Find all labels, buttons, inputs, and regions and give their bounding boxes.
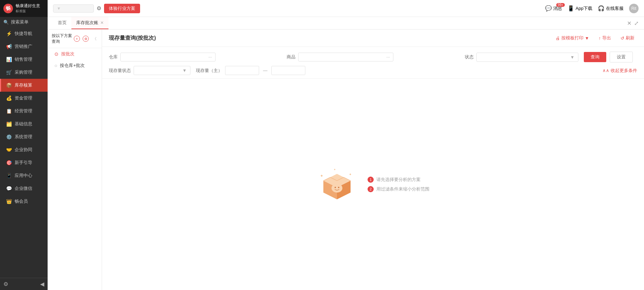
- refresh-icon: ↺: [621, 36, 624, 41]
- expand-icon[interactable]: ⤢: [634, 20, 639, 26]
- footer-collapse-icon[interactable]: ◀: [40, 281, 44, 287]
- sidebar-item-newuser[interactable]: 🎯 新手引导: [0, 156, 48, 169]
- qty-divider: —: [262, 68, 269, 73]
- page-header: 现存量查询(按批次) 🖨 按模板打印 ▼ ↑ 导出 ↺ 刷新: [102, 30, 644, 47]
- svg-point-5: [338, 187, 339, 188]
- sidebar-item-purchase[interactable]: 🛒 采购管理: [0, 66, 48, 79]
- warehouse-select[interactable]: ···: [120, 53, 216, 61]
- topbar-search-box[interactable]: ▼: [53, 4, 94, 13]
- empty-hint-2: 2 用过滤条件来缩小分析范围: [368, 186, 429, 192]
- sidebar-item-system[interactable]: ⚙️ 系统管理: [0, 130, 48, 143]
- basic-icon: 🗂️: [6, 121, 12, 127]
- sidebar-item-label: 系统管理: [15, 134, 32, 140]
- purchase-icon: 🛒: [6, 69, 12, 75]
- tab-home[interactable]: 首页: [53, 17, 71, 29]
- scheme-settings-btn[interactable]: ⚙: [83, 36, 89, 42]
- qty-min-input[interactable]: [225, 66, 259, 75]
- warehouse-filter: 仓库 ···: [109, 53, 281, 61]
- inventory-status-select[interactable]: ▼: [134, 66, 190, 75]
- sidebar-item-operations[interactable]: 📋 经营管理: [0, 105, 48, 117]
- hint-text-1: 请先选择要分析的方案: [376, 177, 421, 183]
- sidebar-item-label: 经营管理: [15, 108, 32, 114]
- app-download-label: App下载: [576, 5, 592, 12]
- messages-btn[interactable]: 💬 消息 99+: [545, 5, 562, 12]
- sidebar-item-label: 营销推广: [15, 43, 32, 50]
- sidebar-item-inventory[interactable]: 📦 库存核算: [0, 79, 48, 92]
- sidebar-item-finance[interactable]: 💰 资金管理: [0, 92, 48, 105]
- topbar-right: 💬 消息 99+ 📱 App下载 🎧 在线客服 Rit: [545, 4, 639, 13]
- print-btn[interactable]: 🖨 按模板打印 ▼: [553, 34, 592, 42]
- hint-text-2: 用过滤条件来缩小分析范围: [376, 186, 429, 192]
- print-dropdown-icon[interactable]: ▼: [585, 36, 589, 41]
- empty-hint-1: 1 请先选择要分析的方案: [368, 177, 429, 183]
- sidebar-item-vip[interactable]: 👑 畅会员: [0, 195, 48, 208]
- sidebar-search-label: 搜索菜单: [11, 19, 29, 25]
- sidebar-item-sales[interactable]: 📊 销售管理: [0, 53, 48, 66]
- close-tab-icon[interactable]: ✕: [627, 20, 631, 26]
- sidebar-item-marketing[interactable]: 📢 营销推广: [0, 40, 48, 53]
- avatar-initial: Rit: [631, 6, 637, 11]
- marketing-icon: 📢: [6, 43, 12, 50]
- qty-max-input[interactable]: [271, 66, 305, 75]
- collapse-label: 收起更多条件: [611, 68, 637, 74]
- product-select[interactable]: ···: [298, 53, 393, 61]
- sidebar-search[interactable]: 🔍 搜索菜单: [0, 17, 48, 27]
- user-area[interactable]: Rit: [629, 4, 639, 13]
- refresh-btn[interactable]: ↺ 刷新: [618, 34, 637, 42]
- tab-home-label: 首页: [58, 20, 67, 26]
- sidebar-header: 畅 畅康通好生意 标准版: [0, 0, 48, 17]
- collapse-filter-btn[interactable]: ∧∧ 收起更多条件: [603, 68, 637, 74]
- empty-hints: 1 请先选择要分析的方案 2 用过滤条件来缩小分析范围: [368, 177, 429, 192]
- online-service-btn[interactable]: 🎧 在线客服: [598, 5, 624, 12]
- app-info: 畅康通好生意 标准版: [16, 3, 40, 14]
- operations-icon: 📋: [6, 108, 12, 114]
- scheme-by-warehouse-batch[interactable]: ○ 按仓库+批次: [48, 60, 102, 71]
- query-btn[interactable]: 查询: [584, 52, 606, 62]
- tab-inventory-batch[interactable]: 库存批次账 ✕: [71, 17, 108, 29]
- topbar: ▼ ⚙ 体验行业方案 💬 消息 99+ 📱 App下载 🎧 在线客服 Rit: [48, 0, 644, 17]
- sidebar-item-label: 新手引导: [15, 160, 32, 166]
- sidebar-item-appstore[interactable]: 📱 应用中心: [0, 169, 48, 182]
- hint-number-2: 2: [368, 186, 374, 192]
- sidebar-item-enterprise[interactable]: 🤝 企业协同: [0, 143, 48, 156]
- quick-nav-icon: ⚡: [6, 31, 12, 37]
- status-dropdown-icon[interactable]: ▼: [570, 55, 575, 60]
- sidebar-item-label: 畅会员: [15, 198, 28, 204]
- product-filter: 商品 ···: [287, 53, 459, 61]
- collapse-panel-btn[interactable]: 《: [91, 36, 98, 42]
- qty-label: 现存量（主）: [196, 68, 222, 74]
- svg-point-4: [335, 187, 336, 188]
- online-service-label: 在线客服: [606, 5, 624, 12]
- enterprise-icon: 🤝: [6, 147, 12, 153]
- messages-badge: 99+: [556, 3, 565, 7]
- status-select[interactable]: ▼: [476, 53, 578, 62]
- topbar-settings-icon[interactable]: ⚙: [97, 5, 101, 12]
- topbar-search-icon: ▼: [57, 6, 61, 11]
- finance-icon: 💰: [6, 95, 12, 101]
- sidebar: 畅 畅康通好生意 标准版 🔍 搜索菜单 ⚡ 快捷导航 📢 营销推广 📊 销售管理…: [0, 0, 48, 290]
- app-logo: 畅: [3, 4, 13, 13]
- settings-btn[interactable]: 设置: [610, 52, 633, 62]
- newuser-icon: 🎯: [6, 160, 12, 166]
- sidebar-item-wechat[interactable]: 💬 企业微信: [0, 182, 48, 195]
- inventory-status-label: 现存量状态: [109, 68, 131, 74]
- tab-close-btn[interactable]: ✕: [100, 20, 104, 25]
- svg-text:✦: ✦: [320, 174, 323, 178]
- sidebar-item-label: 基础信息: [15, 121, 32, 127]
- tabbar: 首页 库存批次账 ✕ ✕ ⤢: [48, 17, 644, 30]
- scheme-by-batch[interactable]: ⊙ 按批次: [48, 48, 102, 60]
- vip-icon: 👑: [6, 198, 12, 204]
- sidebar-item-basic[interactable]: 🗂️ 基础信息: [0, 117, 48, 130]
- system-icon: ⚙️: [6, 134, 12, 140]
- inv-status-dropdown[interactable]: ▼: [182, 68, 187, 73]
- hint-number-1: 1: [368, 177, 374, 183]
- svg-point-3: [332, 184, 342, 193]
- app-download-btn[interactable]: 📱 App下载: [567, 5, 592, 12]
- footer-settings-icon[interactable]: ⚙: [3, 281, 8, 287]
- refresh-label: 刷新: [626, 35, 634, 41]
- export-btn[interactable]: ↑ 导出: [596, 34, 614, 42]
- experience-btn[interactable]: 体验行业方案: [104, 4, 140, 13]
- product-label: 商品: [287, 54, 295, 60]
- add-scheme-btn[interactable]: +: [74, 36, 80, 42]
- sidebar-item-quick-nav[interactable]: ⚡ 快捷导航: [0, 27, 48, 40]
